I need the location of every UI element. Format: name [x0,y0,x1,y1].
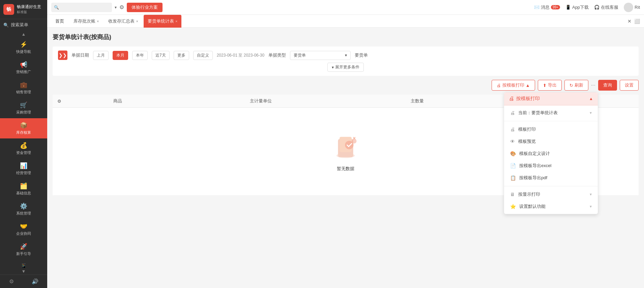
tab-inventory-batch-close[interactable]: × [97,19,99,23]
query-button[interactable]: 查询 [598,80,617,91]
header-settings-icon[interactable]: ⚙ [119,4,124,10]
settings-button[interactable]: 设置 [620,80,639,91]
dropdown-set-default[interactable]: ⭐ 设置默认功能 ▾ [504,200,598,213]
date-btn-curr-month[interactable]: 本月 [113,51,128,60]
sidebar-item-guide[interactable]: 🚀 新手引导 [0,239,47,260]
sidebar-item-inventory[interactable]: 📦 库存核算 [0,118,47,138]
dropdown-section-current: 🖨 当前：要货单统计表 ▾ [504,105,598,120]
purchase-label: 采购管理 [16,110,31,115]
sidebar-item-quicknav[interactable]: ⚡ 快捷导航 [0,37,47,58]
export-button[interactable]: ⬆ 导出 [538,80,562,91]
sidebar-item-finance[interactable]: 💰 资金管理 [0,138,47,159]
header-search-bar[interactable]: 🔍 [51,3,112,12]
col-header-unit: 主计量单位 [169,95,352,108]
sidebar-item-basic[interactable]: 🗂️ 基础信息 [0,179,47,199]
message-label: 消息 [541,4,550,10]
tab-close-all-icon[interactable]: ✕ [627,19,632,24]
sidebar-item-sales[interactable]: 💼 销售管理 [0,78,47,98]
sidebar-item-appstore[interactable]: 📱 应用中心 [0,260,47,268]
sidebar: 畅 畅康通好生意 标准版 🔍 搜索菜单 ▲ ⚡ 快捷导航 📢 营销推广 💼 销售… [0,0,47,288]
sidebar-scroll-down[interactable]: ▼ [0,268,47,275]
basic-icon: 🗂️ [20,182,27,190]
sidebar-item-system[interactable]: ⚙️ 系统管理 [0,199,47,219]
template-excel-label: 按模板导出excel [519,163,592,169]
type-filter-select[interactable]: 要货单 ▾ [290,51,351,60]
dropdown-section-items: 🖨 模板打印 👁 模板预览 🎨 模板自定义设计 📄 按模板导出excel [504,122,598,185]
settings-bottom-icon[interactable]: ⚙ [9,278,14,285]
sidebar-item-marketing[interactable]: 📢 营销推广 [0,58,47,78]
template-pdf-icon: 📋 [510,175,516,181]
tab-order-stats[interactable]: 要货单统计表 × [144,15,181,28]
date-btn-last7[interactable]: 近7天 [152,51,170,60]
tab-home[interactable]: 首页 [51,15,68,28]
dropdown-current-item[interactable]: 🖨 当前：要货单统计表 ▾ [504,107,598,119]
set-default-arrow: ▾ [590,204,592,209]
date-btn-curr-year[interactable]: 本年 [132,51,148,60]
dropdown-item-template-design[interactable]: 🎨 模板自定义设计 [504,148,598,160]
app-name: 畅康通好生意 [17,4,41,10]
col-header-settings[interactable]: ⚙ [53,95,66,108]
more-options-icon[interactable]: ··· [591,82,595,88]
message-icon: ✉️ [534,5,539,10]
sidebar-nav: ⚡ 快捷导航 📢 营销推广 💼 销售管理 🛒 采购管理 📦 库存核算 💰 资金管… [0,37,47,268]
dropdown-header[interactable]: 🖨 按模板打印 ▲ [504,92,598,105]
header-dropdown-chevron[interactable]: ▾ [115,5,117,10]
marketing-icon: 📢 [20,61,27,68]
dropdown-display-print-left: 🖥 按显示打印 [510,191,540,197]
app-download-item[interactable]: 📱 App下载 [565,4,589,10]
date-btn-more[interactable]: 更多 [174,51,189,60]
expand-conditions-button[interactable]: ▾ 展开更多条件 [327,63,364,72]
online-service-item[interactable]: 🎧 在线客服 [594,4,618,10]
dropdown-display-print[interactable]: 🖥 按显示打印 ▾ [504,188,598,200]
guide-label: 新手引导 [16,251,31,256]
user-name: Rit [635,5,640,10]
tab-order-stats-close[interactable]: × [175,19,177,23]
operations-label: 经营管理 [16,170,31,175]
export-label: 导出 [548,82,557,88]
tab-receipt-summary-close[interactable]: × [136,19,138,23]
display-print-arrow: ▾ [590,192,592,197]
sidebar-search[interactable]: 🔍 搜索菜单 [0,19,47,31]
dropdown-section-bottom: 🖥 按显示打印 ▾ ⭐ 设置默认功能 ▾ [504,187,598,214]
date-btn-custom[interactable]: 自定义 [193,51,213,60]
top-header: 🔍 ▾ ⚙ 体验行业方案 ✉️ 消息 99+ 📱 App下载 🎧 在线客服 Ri… [47,0,644,15]
sidebar-item-collab[interactable]: 🤝 企业协同 [0,219,47,239]
sidebar-item-operations[interactable]: 📊 经营管理 [0,159,47,179]
trial-button[interactable]: 体验行业方案 [127,3,163,12]
template-excel-icon: 📄 [510,163,516,168]
app-download-icon: 📱 [565,5,571,10]
template-preview-label: 模板预览 [518,138,592,145]
dropdown-item-template-pdf[interactable]: 📋 按模板导出pdf [504,172,598,184]
tabs-bar: 首页 库存批次账 × 收发存汇总表 × 要货单统计表 × ✕ ⬜ [47,15,644,28]
filter-row-date: ❯❯ 单据日期 上月 本月 本年 近7天 更多 自定义 2023-06-01 至… [58,51,633,60]
dropdown-item-template-print[interactable]: 🖨 模板打印 [504,123,598,135]
empty-state-icon [330,131,361,162]
type-filter-chevron: ▾ [345,53,347,58]
tab-maximize-icon[interactable]: ⬜ [634,19,640,24]
template-design-icon: 🎨 [510,151,516,156]
date-btn-prev-month[interactable]: 上月 [93,51,109,60]
sound-bottom-icon[interactable]: 🔊 [32,278,38,285]
dropdown-item-template-excel[interactable]: 📄 按模板导出excel [504,160,598,172]
print-template-button[interactable]: 🖨 按模板打印 ▲ [492,80,535,91]
refresh-button[interactable]: ↻ 刷新 [564,80,588,91]
display-print-icon: 🖥 [510,192,515,197]
dropdown-divider-1 [504,121,598,121]
dropdown-item-template-preview[interactable]: 👁 模板预览 [504,135,598,148]
tab-receipt-summary[interactable]: 收发存汇总表 × [104,15,142,28]
template-print-label: 模板打印 [518,126,592,132]
system-label: 系统管理 [16,211,31,216]
tab-inventory-batch[interactable]: 库存批次账 × [69,15,103,28]
user-item[interactable]: Rit [624,3,640,12]
guide-icon: 🚀 [20,243,27,250]
expand-label: 展开更多条件 [335,64,359,70]
action-bar: 🖨 按模板打印 ▲ ⬆ 导出 ↻ 刷新 ··· 查询 设置 🖨 按模板打印 [53,80,639,91]
app-sub-title: 标准版 [17,10,41,14]
sidebar-logo: 畅 畅康通好生意 标准版 [0,0,47,19]
filter-toggle-button[interactable]: ❯❯ [58,51,67,60]
sidebar-scroll-up[interactable]: ▲ [0,31,47,37]
app-logo-icon: 畅 [3,4,14,15]
sidebar-item-purchase[interactable]: 🛒 采购管理 [0,98,47,118]
sidebar-search-label: 搜索菜单 [11,22,28,28]
message-item[interactable]: ✉️ 消息 99+ [534,4,560,10]
